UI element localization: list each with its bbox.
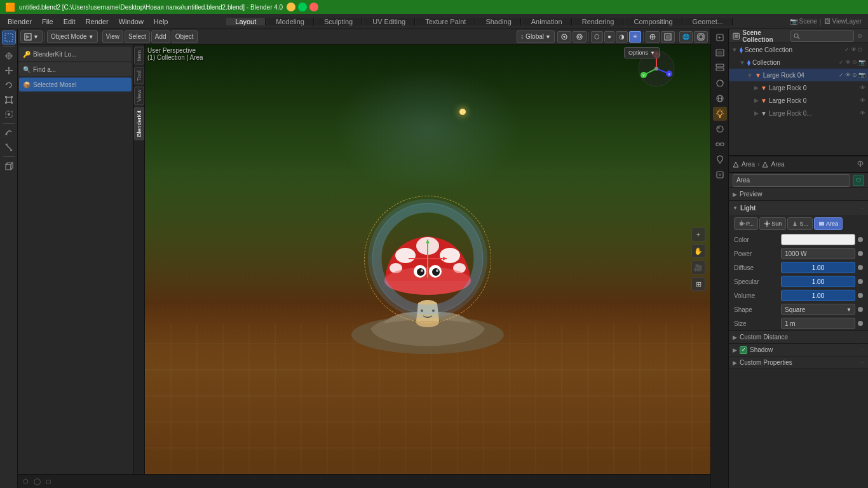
view-layer-icon[interactable] (713, 61, 727, 75)
volume-input[interactable]: 1.00 (781, 290, 855, 301)
viewlayer-selector[interactable]: 🖼 ViewLayer (824, 18, 862, 25)
checkbox-vis-icon[interactable]: ✓ (844, 46, 850, 53)
tab-blenderkit[interactable]: BlenderKit (134, 107, 144, 140)
select-box-tool[interactable] (2, 30, 16, 44)
m2-eye[interactable]: 👁 (860, 97, 865, 104)
outliner-item-rock-mesh1[interactable]: ▶ ▼ Large Rock 0 👁 (729, 81, 868, 94)
transform-tool[interactable] (2, 107, 16, 121)
outliner-scene-collection[interactable]: ▼ ⧫ Scene Collection ✓ 👁 ⊙ (729, 43, 868, 56)
outliner-item-rock04[interactable]: ▼ ▼ Large Rock 04 ✓ 👁 ⊙ 📷 (729, 69, 868, 81)
tab-animation[interactable]: Animation (522, 18, 572, 25)
tab-sculpting[interactable]: Sculpting (315, 18, 362, 25)
object-mode-selector[interactable]: Object Mode ▼ (47, 30, 98, 43)
light-type-sun[interactable]: Sun (759, 217, 786, 230)
size-input[interactable]: 1 m (781, 318, 855, 329)
size-dot[interactable] (858, 321, 863, 326)
tab-uv-editing[interactable]: UV Editing (363, 18, 415, 25)
output-props-icon[interactable] (713, 46, 727, 60)
tab-geometry[interactable]: Geomet... (684, 18, 733, 25)
r04-sel[interactable]: ⊙ (852, 72, 857, 78)
tab-view[interactable]: View (134, 86, 144, 105)
tab-item[interactable]: Item (134, 47, 144, 65)
selected-model[interactable]: 📦 Selected Mosel (19, 78, 132, 92)
scale-tool[interactable] (2, 93, 16, 107)
select-menu[interactable]: Select (125, 30, 150, 43)
gizmo-toggle[interactable] (646, 31, 660, 43)
wireframe-toggle[interactable]: ⬡ (591, 31, 603, 43)
tab-rendering[interactable]: Rendering (573, 18, 624, 25)
scene-props-icon[interactable] (713, 76, 727, 90)
power-input[interactable]: 1000 W (781, 248, 855, 259)
blenderkit-login[interactable]: 🔑 BlenderKit Lo... (19, 47, 132, 61)
object-data-icon[interactable] (713, 107, 727, 121)
light-section-header[interactable]: ▼ Light ··· (729, 201, 868, 215)
view-btn[interactable]: ⊞ (691, 277, 705, 291)
specular-dot[interactable] (858, 279, 863, 284)
menu-render[interactable]: Render (81, 17, 114, 27)
render-props-icon[interactable] (713, 30, 727, 44)
snap-toggle[interactable] (557, 31, 571, 43)
trust-shield[interactable]: 🛡 (853, 175, 864, 186)
custom-distance-section[interactable]: ▶ Custom Distance ··· (729, 331, 868, 344)
m1-eye[interactable]: 👁 (860, 85, 865, 91)
world-space-toggle[interactable]: 🌐 (679, 31, 693, 43)
m3-eye[interactable]: 👁 (860, 110, 865, 116)
outliner-item-rock-mesh3[interactable]: ▶ ▼ Large Rock 0... 👁 (729, 107, 868, 119)
r04-cam[interactable]: 📷 (858, 72, 865, 78)
volume-dot[interactable] (858, 293, 863, 298)
close-button[interactable] (309, 3, 318, 11)
shadow-section[interactable]: ▶ ✓ Shadow ··· (729, 344, 868, 356)
shadow-checkbox[interactable]: ✓ (740, 346, 747, 354)
lock-icon[interactable]: ⊙ (858, 46, 863, 53)
pin-icon[interactable] (857, 160, 864, 169)
options-button[interactable]: Options ▼ (624, 47, 660, 58)
diffuse-input[interactable]: 1.00 (781, 262, 855, 273)
overlay-toggle[interactable] (661, 31, 675, 43)
filter-icon[interactable]: ⚙ (855, 33, 864, 39)
add-menu[interactable]: Add (151, 30, 170, 43)
menu-help[interactable]: Help (149, 17, 173, 27)
solid-toggle[interactable]: ● (604, 31, 614, 43)
object-modifier-icon[interactable] (713, 152, 727, 166)
light-type-area[interactable]: Area (814, 217, 843, 230)
menu-window[interactable]: Window (114, 17, 149, 27)
add-cube-tool[interactable] (2, 159, 16, 173)
menu-file[interactable]: File (37, 17, 58, 27)
coll-camera[interactable]: 📷 (858, 59, 865, 65)
proportional-toggle[interactable] (573, 31, 587, 43)
annotate-tool[interactable] (2, 126, 16, 140)
outliner-collection[interactable]: ▼ ⧫ Collection ✓ 👁 ⊙ 📷 (729, 56, 868, 69)
object-constraint-icon[interactable] (713, 137, 727, 151)
custom-props-section[interactable]: ▶ Custom Properties ··· (729, 356, 868, 369)
r04-eye[interactable]: 👁 (845, 72, 851, 78)
tab-compositing[interactable]: Compositing (625, 18, 682, 25)
color-picker[interactable] (781, 234, 855, 245)
tab-layout[interactable]: Layout (226, 18, 266, 25)
diffuse-dot[interactable] (858, 265, 863, 270)
rendered-toggle[interactable]: ☀ (629, 31, 641, 43)
find-asset[interactable]: 🔍 Find a... (19, 62, 132, 76)
coll-eye[interactable]: 👁 (845, 59, 851, 65)
outliner-search[interactable] (790, 30, 854, 42)
shape-select[interactable]: Square ▼ (781, 304, 855, 315)
measure-tool[interactable] (2, 140, 16, 154)
scene-selector[interactable]: 📷 Scene (790, 18, 817, 25)
xray-toggle[interactable] (694, 31, 708, 43)
object-menu[interactable]: Object (172, 30, 198, 43)
zoom-in-btn[interactable]: + (691, 227, 705, 241)
tab-tool[interactable]: Tool (134, 67, 144, 85)
object-name-input[interactable]: Area (733, 174, 850, 187)
preview-section[interactable]: ▶ Preview ··· (729, 188, 868, 201)
material-icon[interactable] (713, 122, 727, 136)
outliner-item-rock-mesh2[interactable]: ▶ ▼ Large Rock 0 👁 (729, 94, 868, 107)
minimize-button[interactable] (287, 3, 295, 11)
world-props-icon[interactable] (713, 92, 727, 105)
object-props-icon[interactable] (713, 168, 727, 182)
specular-input[interactable]: 1.00 (781, 276, 855, 287)
pan-btn[interactable]: ✋ (691, 244, 705, 258)
editor-type-selector[interactable]: ▼ (20, 30, 43, 43)
power-dot[interactable] (858, 251, 863, 256)
cursor-tool[interactable] (2, 49, 16, 63)
tab-shading[interactable]: Shading (477, 18, 520, 25)
shape-dot[interactable] (858, 307, 863, 312)
